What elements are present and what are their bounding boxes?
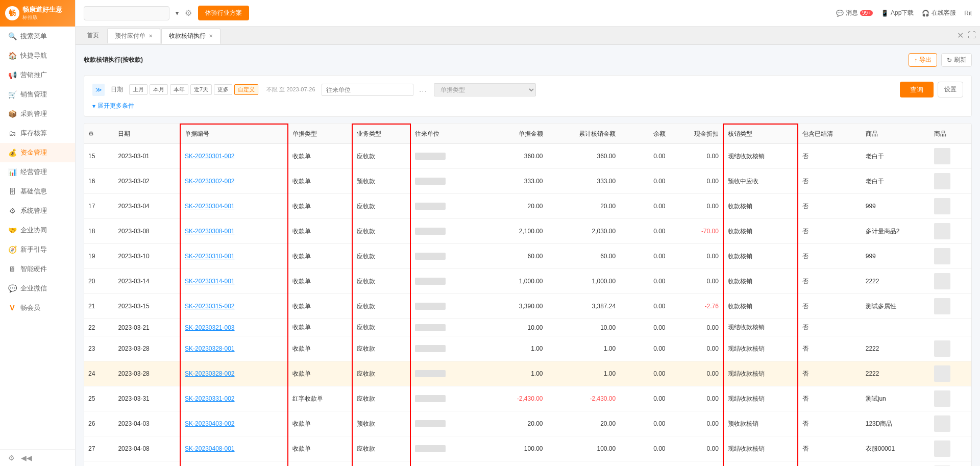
goods-image xyxy=(934,198,950,214)
th-cum-verify: 累计核销金额 xyxy=(547,124,620,144)
sales-icon: 🛒 xyxy=(8,90,16,99)
sidebar-logo: 畅 畅康道好生意 标推版 xyxy=(0,0,75,27)
topbar-gear-icon[interactable]: ⚙ xyxy=(185,8,192,18)
bill-no-link[interactable]: SK-20230304-001 xyxy=(185,203,234,210)
tab-prepay-label: 预付应付单 xyxy=(115,32,145,40)
bill-no-link[interactable]: SK-20230328-001 xyxy=(185,345,234,352)
sidebar-item-quicknav[interactable]: 🏠 快捷导航 xyxy=(0,46,75,65)
query-button[interactable]: 查询 xyxy=(900,82,934,97)
cell-bill-no: SK-20230408-001 xyxy=(180,436,288,461)
sidebar-item-sales[interactable]: 🛒 销售管理 xyxy=(0,85,75,104)
tab-prepay-close-icon[interactable]: ✕ xyxy=(149,33,153,39)
bill-type-select[interactable]: 单据类型 xyxy=(434,83,536,96)
export-button[interactable]: ↑ 导出 xyxy=(909,53,937,67)
bill-no-link[interactable]: SK-20230328-002 xyxy=(185,370,234,377)
bill-no-link[interactable]: SK-20230408-001 xyxy=(185,445,234,452)
sidebar-item-system[interactable]: ⚙ 系统管理 xyxy=(0,201,75,220)
filter-expand-button[interactable]: ≫ xyxy=(92,84,105,96)
refresh-button[interactable]: ↻ 刷新 xyxy=(941,53,972,67)
bill-no-link[interactable]: SK-20230314-001 xyxy=(185,278,234,285)
cell-bill-no: SK-20230302-002 xyxy=(180,169,288,194)
cell-goods-img xyxy=(930,386,971,411)
topbar-dropdown[interactable]: ▾ xyxy=(176,10,179,17)
cell-bill-no: SK-20230301-002 xyxy=(180,144,288,169)
goods-image xyxy=(934,440,950,457)
tab-close-all-icon[interactable]: ✕ xyxy=(957,31,964,40)
party-blurred xyxy=(415,370,446,377)
cell-biz-type: 应收款 xyxy=(352,386,410,411)
cell-num: 22 xyxy=(84,319,114,336)
cell-cum-verify: 20.00 xyxy=(547,194,620,219)
sidebar-item-label: 库存核算 xyxy=(20,129,47,138)
cell-goods-img xyxy=(930,436,971,461)
sidebar-item-guide[interactable]: 🧭 新手引导 xyxy=(0,240,75,259)
cell-discount: -2.76 xyxy=(670,294,723,319)
bill-no-link[interactable]: SK-20230310-001 xyxy=(185,253,234,260)
tab-home[interactable]: 首页 xyxy=(80,28,106,43)
cell-goods-img xyxy=(930,244,971,269)
expand-more-button[interactable]: ▾ 展开更多条件 xyxy=(92,102,963,110)
bill-no-link[interactable]: SK-20230403-002 xyxy=(185,420,234,427)
party-blurred xyxy=(415,153,446,160)
sidebar-item-wx[interactable]: 💬 企业微信 xyxy=(0,279,75,298)
sidebar-item-corp[interactable]: 🤝 企业协同 xyxy=(0,220,75,240)
sidebar-item-label: 采购管理 xyxy=(20,109,47,118)
cell-include-settled: 否 xyxy=(798,361,862,386)
cell-party xyxy=(410,436,485,461)
more-date-button[interactable]: 更多 xyxy=(214,84,232,95)
last-month-button[interactable]: 上月 xyxy=(129,84,148,95)
this-month-button[interactable]: 本月 xyxy=(150,84,168,95)
cell-goods: 2222 xyxy=(862,269,930,294)
cell-goods: 999 xyxy=(862,194,930,219)
settings-gear-icon[interactable]: ⚙ xyxy=(8,454,15,462)
bill-no-link[interactable]: SK-20230301-002 xyxy=(185,153,234,160)
cell-cum-verify: 20.00 xyxy=(547,411,620,436)
this-year-button[interactable]: 本年 xyxy=(170,84,188,95)
tab-verify-close-icon[interactable]: ✕ xyxy=(209,33,213,39)
cell-goods-img xyxy=(930,294,971,319)
sidebar-item-finance[interactable]: 💰 资金管理 xyxy=(0,143,75,162)
sidebar-item-hw[interactable]: 🖥 智能硬件 xyxy=(0,259,75,279)
tab-expand-icon[interactable]: ⛶ xyxy=(968,31,976,40)
goods-image xyxy=(934,298,950,314)
topbar-search-input[interactable] xyxy=(84,6,169,20)
sidebar-item-purchase[interactable]: 📦 采购管理 xyxy=(0,104,75,124)
main-area: ▾ ⚙ 体验行业方案 💬 消息 99+ 📱 App下载 🎧 在线客服 Rit 首… xyxy=(76,0,980,466)
custom-date-button[interactable]: 自定义 xyxy=(234,84,258,95)
cell-bill-type: 收款单 xyxy=(288,436,352,461)
last-7days-button[interactable]: 近7天 xyxy=(190,84,212,95)
sidebar-collapse-icon[interactable]: ◀◀ xyxy=(21,454,32,462)
party-blurred xyxy=(415,178,446,185)
user-name[interactable]: Rit xyxy=(964,10,972,17)
tab-verify[interactable]: 收款核销执行 ✕ xyxy=(161,28,220,44)
sidebar-item-member[interactable]: V 畅会员 xyxy=(0,298,75,317)
cell-date: 2023-03-28 xyxy=(114,336,180,361)
sidebar-item-inventory[interactable]: 🗂 库存核算 xyxy=(0,124,75,143)
bill-no-link[interactable]: SK-20230315-002 xyxy=(185,303,234,310)
sidebar-item-search[interactable]: 🔍 搜索菜单 xyxy=(0,27,75,46)
date-range-text: 不限 至 2023-07-26 xyxy=(266,86,315,93)
bill-no-link[interactable]: SK-20230302-002 xyxy=(185,178,234,185)
bill-no-link[interactable]: SK-20230331-002 xyxy=(185,395,234,402)
solution-button[interactable]: 体验行业方案 xyxy=(198,6,249,20)
message-button[interactable]: 💬 消息 99+ xyxy=(836,9,873,17)
cell-num: 23 xyxy=(84,336,114,361)
th-goods: 商品 xyxy=(862,124,930,144)
app-download-button[interactable]: 📱 App下载 xyxy=(881,9,914,17)
more-filters-dots[interactable]: ... xyxy=(420,86,428,93)
sidebar-item-ops[interactable]: 📊 经营管理 xyxy=(0,162,75,182)
cell-amount: 60.00 xyxy=(485,244,547,269)
setting-button[interactable]: 设置 xyxy=(938,82,963,97)
sidebar-menu: 🔍 搜索菜单 🏠 快捷导航 📢 营销推广 🛒 销售管理 📦 采购管理 🗂 库存核… xyxy=(0,27,75,449)
online-service-button[interactable]: 🎧 在线客服 xyxy=(922,9,956,17)
tab-prepay[interactable]: 预付应付单 ✕ xyxy=(107,28,160,43)
sidebar-item-base[interactable]: 🗄 基础信息 xyxy=(0,182,75,201)
party-filter-input[interactable] xyxy=(322,84,413,96)
bill-no-link[interactable]: SK-20230321-003 xyxy=(185,324,234,331)
bill-no-link[interactable]: SK-20230308-001 xyxy=(185,228,234,235)
sidebar-item-marketing[interactable]: 📢 营销推广 xyxy=(0,65,75,85)
th-settings[interactable]: ⚙ xyxy=(84,124,114,144)
cell-include-settled: 否 xyxy=(798,461,862,467)
topbar-right: 💬 消息 99+ 📱 App下载 🎧 在线客服 Rit xyxy=(836,9,972,17)
goods-image xyxy=(934,223,950,239)
